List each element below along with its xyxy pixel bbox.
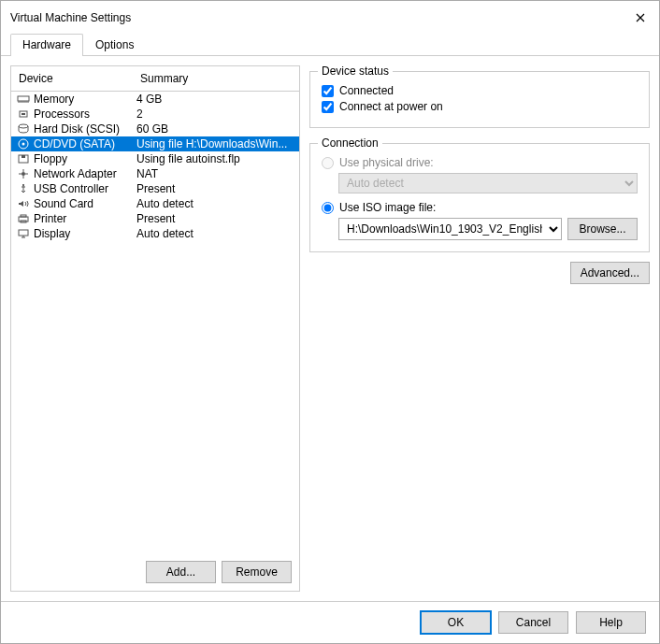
printer-icon [15, 213, 32, 224]
device-list-buttons: Add... Remove [11, 552, 299, 591]
device-row[interactable]: PrinterPresent [11, 211, 299, 226]
physical-drive-row: Use physical drive: [322, 156, 638, 169]
cpu-icon [15, 108, 32, 120]
connect-poweron-row[interactable]: Connect at power on [322, 100, 638, 113]
device-summary: Present [133, 212, 295, 225]
device-row[interactable]: CD/DVD (SATA)Using file H:\Downloads\Win… [11, 136, 299, 151]
device-list[interactable]: Memory4 GBProcessors2Hard Disk (SCSI)60 … [11, 92, 299, 552]
browse-button[interactable]: Browse... [567, 218, 638, 240]
svg-point-8 [22, 172, 25, 176]
svg-point-3 [19, 124, 28, 128]
device-row[interactable]: DisplayAuto detect [11, 226, 299, 241]
device-row[interactable]: Network AdapterNAT [11, 166, 299, 181]
iso-radio[interactable] [322, 202, 334, 214]
device-summary: NAT [133, 167, 295, 180]
device-panel: Device Summary Memory4 GBProcessors2Hard… [10, 65, 300, 592]
device-name: Memory [32, 93, 133, 106]
device-row[interactable]: Hard Disk (SCSI)60 GB [11, 122, 299, 136]
usb-icon [15, 183, 32, 194]
device-name: Floppy [32, 152, 133, 165]
advanced-button[interactable]: Advanced... [570, 262, 650, 284]
content: Device Summary Memory4 GBProcessors2Hard… [1, 56, 659, 601]
floppy-icon [15, 153, 32, 165]
physical-drive-radio [322, 157, 334, 169]
remove-button[interactable]: Remove [222, 561, 292, 583]
window-title: Virtual Machine Settings [10, 11, 131, 24]
device-status-group: Device status Connected Connect at power… [309, 71, 650, 128]
device-name: Printer [32, 212, 133, 225]
svg-rect-11 [21, 215, 26, 217]
device-summary: 2 [133, 107, 295, 121]
bottom-bar: OK Cancel Help [1, 601, 659, 643]
device-name: USB Controller [32, 182, 133, 195]
tabs: Hardware Options [1, 33, 659, 56]
help-button[interactable]: Help [576, 611, 646, 634]
device-summary: 4 GB [133, 93, 295, 106]
iso-file-select[interactable]: H:\Downloads\Win10_1903_V2_English_x6 [338, 218, 562, 240]
connected-label: Connected [339, 84, 394, 97]
vm-settings-window: Virtual Machine Settings Hardware Option… [0, 0, 660, 644]
svg-rect-2 [22, 113, 25, 115]
tab-hardware[interactable]: Hardware [10, 34, 83, 56]
titlebar: Virtual Machine Settings [1, 1, 659, 33]
device-row[interactable]: USB ControllerPresent [11, 181, 299, 196]
svg-rect-13 [19, 230, 28, 236]
connection-title: Connection [318, 136, 382, 150]
device-summary: Auto detect [133, 197, 295, 210]
device-row[interactable]: Sound CardAuto detect [11, 196, 299, 211]
device-name: CD/DVD (SATA) [32, 137, 133, 150]
device-summary: Auto detect [133, 227, 295, 240]
cancel-button[interactable]: Cancel [498, 611, 568, 634]
connected-row[interactable]: Connected [322, 84, 638, 97]
svg-point-9 [22, 184, 24, 186]
svg-rect-0 [18, 96, 29, 101]
sound-icon [15, 198, 32, 209]
col-device[interactable]: Device [11, 66, 133, 91]
svg-rect-7 [22, 155, 25, 158]
device-row[interactable]: FloppyUsing file autoinst.flp [11, 151, 299, 166]
cd-icon [15, 138, 32, 150]
physical-drive-select: Auto detect [338, 173, 638, 193]
connected-checkbox[interactable] [322, 85, 334, 97]
ok-button[interactable]: OK [421, 611, 491, 634]
physical-drive-label: Use physical drive: [339, 156, 434, 169]
disk-icon [15, 123, 32, 135]
tab-options[interactable]: Options [83, 34, 146, 56]
connection-group: Connection Use physical drive: Auto dete… [309, 143, 650, 252]
display-icon [15, 228, 32, 239]
close-icon [636, 13, 645, 22]
device-row[interactable]: Processors2 [11, 107, 299, 122]
device-summary: Present [133, 182, 295, 195]
device-summary: Using file autoinst.flp [133, 152, 295, 165]
close-button[interactable] [631, 8, 650, 27]
iso-row[interactable]: Use ISO image file: [322, 201, 638, 214]
device-list-header: Device Summary [11, 66, 299, 92]
device-summary: Using file H:\Downloads\Win... [133, 137, 295, 150]
memory-icon [15, 93, 32, 105]
device-name: Network Adapter [32, 167, 133, 180]
connect-poweron-checkbox[interactable] [322, 101, 334, 113]
svg-point-5 [22, 143, 25, 146]
iso-label: Use ISO image file: [339, 201, 436, 214]
net-icon [15, 168, 32, 179]
add-button[interactable]: Add... [146, 561, 216, 583]
connect-poweron-label: Connect at power on [339, 100, 443, 113]
device-summary: 60 GB [133, 122, 295, 136]
advanced-row: Advanced... [309, 262, 650, 284]
device-status-title: Device status [318, 64, 393, 78]
col-summary[interactable]: Summary [133, 66, 299, 91]
device-name: Display [32, 227, 133, 240]
device-name: Processors [32, 107, 133, 121]
device-name: Hard Disk (SCSI) [32, 122, 133, 136]
device-row[interactable]: Memory4 GB [11, 92, 299, 107]
right-panel: Device status Connected Connect at power… [309, 65, 650, 592]
device-name: Sound Card [32, 197, 133, 210]
iso-file-row: H:\Downloads\Win10_1903_V2_English_x6 Br… [338, 218, 638, 240]
physical-drive-select-wrap: Auto detect [338, 173, 638, 193]
